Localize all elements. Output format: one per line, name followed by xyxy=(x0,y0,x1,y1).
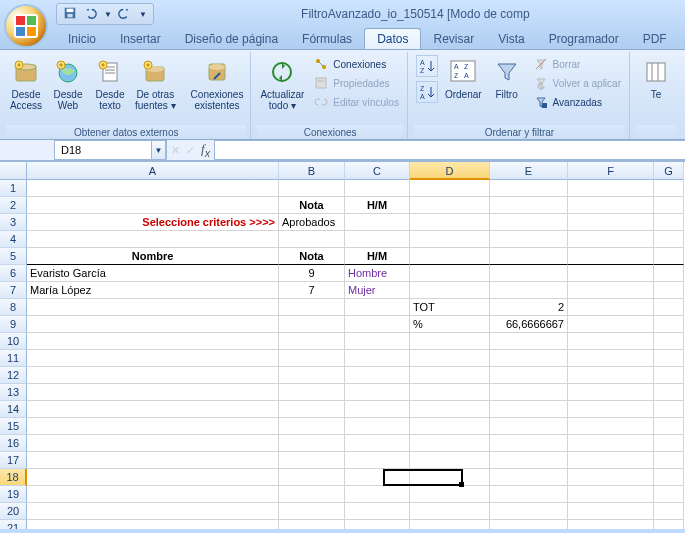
cell-D20[interactable] xyxy=(410,503,490,520)
cell-C17[interactable] xyxy=(345,452,410,469)
row-header-4[interactable]: 4 xyxy=(0,231,27,248)
cell-G20[interactable] xyxy=(654,503,684,520)
cell-C14[interactable] xyxy=(345,401,410,418)
actualizar-todo-button[interactable]: Actualizartodo ▾ xyxy=(257,54,307,113)
cell-C6[interactable]: Hombre xyxy=(345,265,410,282)
row-header-20[interactable]: 20 xyxy=(0,503,27,520)
cell-A10[interactable] xyxy=(27,333,279,350)
cell-A13[interactable] xyxy=(27,384,279,401)
name-box[interactable]: D18 xyxy=(54,140,152,160)
cell-D6[interactable] xyxy=(410,265,490,282)
cell-A5[interactable]: Nombre xyxy=(27,248,279,265)
cell-F21[interactable] xyxy=(568,520,654,529)
cell-C1[interactable] xyxy=(345,180,410,197)
cell-E2[interactable] xyxy=(490,197,568,214)
cell-D11[interactable] xyxy=(410,350,490,367)
cell-G2[interactable] xyxy=(654,197,684,214)
cell-F7[interactable] xyxy=(568,282,654,299)
cell-E20[interactable] xyxy=(490,503,568,520)
cell-C9[interactable] xyxy=(345,316,410,333)
cell-C10[interactable] xyxy=(345,333,410,350)
cell-F16[interactable] xyxy=(568,435,654,452)
cell-G10[interactable] xyxy=(654,333,684,350)
cell-F5[interactable] xyxy=(568,248,654,265)
undo-dropdown-icon[interactable]: ▼ xyxy=(104,10,112,19)
cell-G17[interactable] xyxy=(654,452,684,469)
cell-C19[interactable] xyxy=(345,486,410,503)
col-header-c[interactable]: C xyxy=(345,162,410,180)
cell-D5[interactable] xyxy=(410,248,490,265)
cell-F9[interactable] xyxy=(568,316,654,333)
cell-D18[interactable] xyxy=(410,469,490,486)
de-otras-fuentes-button[interactable]: De otrasfuentes ▾ xyxy=(132,54,179,113)
cell-C2[interactable]: H/M xyxy=(345,197,410,214)
cell-D19[interactable] xyxy=(410,486,490,503)
tab-revisar[interactable]: Revisar xyxy=(421,29,486,49)
cell-B20[interactable] xyxy=(279,503,345,520)
cell-G4[interactable] xyxy=(654,231,684,248)
cell-A14[interactable] xyxy=(27,401,279,418)
cell-G3[interactable] xyxy=(654,214,684,231)
row-header-13[interactable]: 13 xyxy=(0,384,27,401)
cell-G9[interactable] xyxy=(654,316,684,333)
cell-G7[interactable] xyxy=(654,282,684,299)
cell-C12[interactable] xyxy=(345,367,410,384)
undo-icon[interactable] xyxy=(83,6,97,22)
cell-G1[interactable] xyxy=(654,180,684,197)
cell-F12[interactable] xyxy=(568,367,654,384)
cell-C5[interactable]: H/M xyxy=(345,248,410,265)
tab-insertar[interactable]: Insertar xyxy=(108,29,173,49)
cell-F20[interactable] xyxy=(568,503,654,520)
select-all-corner[interactable] xyxy=(0,162,27,180)
cell-D9[interactable]: % xyxy=(410,316,490,333)
cell-F19[interactable] xyxy=(568,486,654,503)
cell-B12[interactable] xyxy=(279,367,345,384)
cell-B11[interactable] xyxy=(279,350,345,367)
cell-D7[interactable] xyxy=(410,282,490,299)
cell-A4[interactable] xyxy=(27,231,279,248)
cell-E18[interactable] xyxy=(490,469,568,486)
cell-D2[interactable] xyxy=(410,197,490,214)
cell-A7[interactable]: María López xyxy=(27,282,279,299)
cell-E16[interactable] xyxy=(490,435,568,452)
tab-inicio[interactable]: Inicio xyxy=(56,29,108,49)
cell-E19[interactable] xyxy=(490,486,568,503)
qat-customize-icon[interactable]: ▼ xyxy=(139,10,147,19)
cell-C21[interactable] xyxy=(345,520,410,529)
sort-az-button[interactable]: AZ xyxy=(416,55,438,77)
row-header-5[interactable]: 5 xyxy=(0,248,27,265)
save-icon[interactable] xyxy=(63,6,77,22)
cell-E8[interactable]: 2 xyxy=(490,299,568,316)
fx-icon[interactable]: fx xyxy=(201,141,210,159)
cell-B19[interactable] xyxy=(279,486,345,503)
cell-D4[interactable] xyxy=(410,231,490,248)
cell-B18[interactable] xyxy=(279,469,345,486)
spreadsheet-grid[interactable]: A B C D E F G 12345678910111213141516171… xyxy=(0,161,685,529)
cell-C11[interactable] xyxy=(345,350,410,367)
desde-texto-button[interactable]: Desdetexto xyxy=(90,54,130,113)
col-header-a[interactable]: A xyxy=(27,162,279,180)
cell-A18[interactable] xyxy=(27,469,279,486)
cell-B21[interactable] xyxy=(279,520,345,529)
cell-C4[interactable] xyxy=(345,231,410,248)
filtro-button[interactable]: Filtro xyxy=(487,54,527,102)
cell-B2[interactable]: Nota xyxy=(279,197,345,214)
conexiones-existentes-button[interactable]: Conexionesexistentes xyxy=(188,54,247,113)
row-header-1[interactable]: 1 xyxy=(0,180,27,197)
row-header-16[interactable]: 16 xyxy=(0,435,27,452)
row-header-18[interactable]: 18 xyxy=(0,469,27,486)
cell-F1[interactable] xyxy=(568,180,654,197)
texto-en-columnas-button[interactable]: Te xyxy=(636,54,676,102)
cell-G16[interactable] xyxy=(654,435,684,452)
cell-E10[interactable] xyxy=(490,333,568,350)
cell-A16[interactable] xyxy=(27,435,279,452)
row-header-10[interactable]: 10 xyxy=(0,333,27,350)
row-header-11[interactable]: 11 xyxy=(0,350,27,367)
cell-D17[interactable] xyxy=(410,452,490,469)
tab-pdf[interactable]: PDF xyxy=(631,29,679,49)
cell-E6[interactable] xyxy=(490,265,568,282)
cell-D8[interactable]: TOT xyxy=(410,299,490,316)
cell-C3[interactable] xyxy=(345,214,410,231)
cell-B16[interactable] xyxy=(279,435,345,452)
cell-F10[interactable] xyxy=(568,333,654,350)
